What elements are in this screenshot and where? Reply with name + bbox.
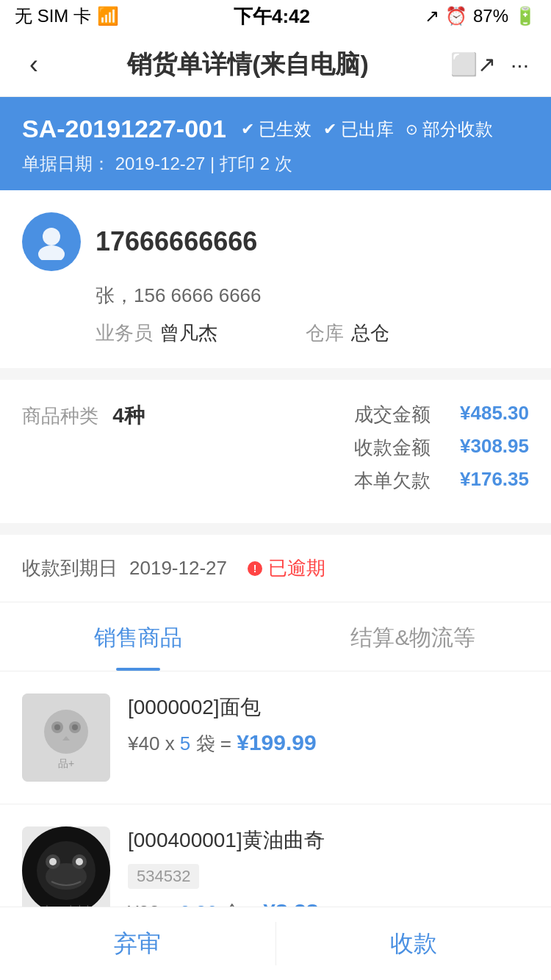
salesman-label: 业务员 (96, 320, 153, 346)
total-1: ¥199.99 (237, 730, 316, 754)
amount-summary: 成交金额 ¥485.30 收款金额 ¥308.95 本单欠款 ¥176.35 (354, 402, 529, 501)
svg-point-7 (72, 724, 78, 730)
order-header-banner: SA-20191227-001 ✔ 已生效 ✔ 已出库 ⊙ 部分收款 单据日期：… (0, 97, 551, 190)
overdue-icon: ! (248, 561, 262, 576)
alarm-icon: ⏰ (445, 6, 467, 26)
customer-section: 17666666666 张，156 6666 6666 业务员 曾凡杰 仓库 总… (0, 190, 551, 368)
summary-section: 商品种类 4种 成交金额 ¥485.30 收款金额 ¥308.95 本单欠款 ¥… (0, 380, 551, 523)
order-id: SA-20191227-001 (22, 115, 226, 143)
overdue-badge: ! 已逾期 (239, 552, 334, 584)
svg-text:品+: 品+ (58, 757, 74, 769)
multiply-1: x (165, 732, 180, 754)
badge-active: ✔ 已生效 (241, 118, 311, 141)
battery-icon: 🔋 (514, 6, 536, 26)
svg-point-3 (44, 710, 88, 754)
customer-avatar (22, 212, 81, 271)
customer-meta: 业务员 曾凡杰 仓库 总仓 (22, 320, 529, 346)
status-bar: 无 SIM 卡 📶 下午4:42 ↗ ⏰ 87% 🔋 (0, 0, 551, 32)
product-info-1: [0000002]面包 ¥40 x 5 袋 = ¥199.99 (128, 693, 529, 757)
equal-1: = (220, 732, 237, 754)
badge-partial: ⊙ 部分收款 (406, 118, 493, 141)
product-sku-2: 534532 (128, 864, 199, 889)
unit-1: 袋 (196, 732, 215, 754)
product-image-1: 品+ (22, 693, 110, 782)
amount-label: 成交金额 (354, 402, 431, 428)
status-left: 无 SIM 卡 📶 (15, 4, 119, 28)
category-label: 商品种类 (22, 405, 98, 427)
product-name-1: [0000002]面包 (128, 693, 529, 721)
share-icon[interactable]: ⬜↗ (450, 51, 496, 77)
cancel-button[interactable]: 弃审 (0, 907, 276, 980)
battery-text: 87% (473, 6, 508, 26)
svg-point-1 (38, 245, 65, 260)
svg-point-6 (54, 724, 60, 730)
due-date-label: 收款到期日 (22, 555, 118, 581)
overdue-text: 已逾期 (268, 555, 325, 581)
category-count: 4种 (112, 404, 145, 427)
due-date-section: 收款到期日 2019-12-27 ! 已逾期 (0, 535, 551, 602)
received-label: 收款金额 (354, 435, 431, 461)
clock-icon: ⊙ (406, 120, 418, 138)
unit-price-1: ¥40 (128, 732, 159, 754)
page-title: 销货单详情(来自电脑) (127, 48, 369, 82)
order-date: 2019-12-27 (115, 154, 206, 173)
confirm-button[interactable]: 收款 (276, 907, 552, 980)
salesman-value: 曾凡杰 (160, 320, 217, 346)
owed-label: 本单欠款 (354, 468, 431, 494)
qty-1: 5 (180, 732, 190, 754)
due-date-value: 2019-12-27 (129, 557, 227, 580)
check-icon-active: ✔ (241, 120, 254, 139)
carrier-text: 无 SIM 卡 (15, 4, 91, 28)
owed-value: ¥176.35 (460, 468, 529, 494)
badge-shipped: ✔ 已出库 (323, 118, 394, 141)
more-icon[interactable]: ··· (511, 52, 529, 77)
product-price-1: ¥40 x 5 袋 = ¥199.99 (128, 730, 529, 757)
nav-bar: ‹ 销货单详情(来自电脑) ⬜↗ ··· (0, 32, 551, 97)
status-right: ↗ ⏰ 87% 🔋 (425, 6, 536, 26)
nav-actions: ⬜↗ ··· (450, 51, 529, 77)
warehouse-label: 仓库 (306, 320, 344, 346)
tab-settlement[interactable]: 结算&物流等 (276, 602, 551, 671)
check-icon-shipped: ✔ (323, 120, 336, 139)
product-name-2: [000400001]黄油曲奇 (128, 826, 529, 854)
bottom-bar: 弃审 收款 (0, 907, 551, 980)
svg-point-0 (43, 228, 60, 245)
location-icon: ↗ (425, 6, 439, 26)
product-image-2: advanced whale (22, 826, 110, 915)
customer-phone-name: 17666666666 (96, 226, 257, 257)
date-label: 单据日期： (22, 154, 110, 173)
list-item: 品+ [0000002]面包 ¥40 x 5 袋 = ¥199.99 (0, 671, 551, 804)
svg-point-16 (76, 858, 83, 865)
tabs-section: 销售商品 结算&物流等 (0, 602, 551, 671)
svg-point-15 (49, 858, 57, 865)
back-button[interactable]: ‹ (22, 42, 46, 87)
print-info: | 打印 2 次 (210, 154, 292, 173)
order-date-info: 单据日期： 2019-12-27 | 打印 2 次 (22, 152, 529, 176)
tabs-row: 销售商品 结算&物流等 (0, 602, 551, 671)
wifi-icon: 📶 (97, 6, 119, 26)
tab-products[interactable]: 销售商品 (0, 602, 276, 671)
received-value: ¥308.95 (460, 435, 529, 461)
status-time: 下午4:42 (234, 4, 310, 29)
amount-value: ¥485.30 (460, 402, 529, 428)
warehouse-value: 总仓 (351, 320, 389, 346)
customer-name-phone: 张，156 6666 6666 (22, 283, 529, 309)
